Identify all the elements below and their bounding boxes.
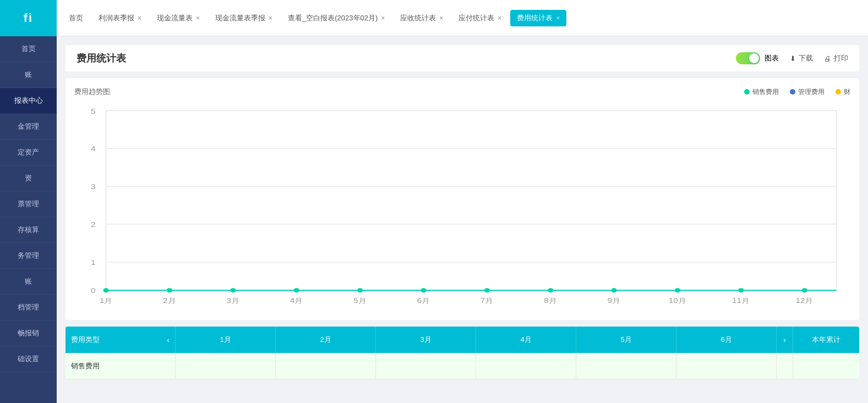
- td-m2-0: [276, 353, 376, 379]
- next-page-arrow[interactable]: ›: [783, 335, 786, 344]
- tab-cashflow-quarter[interactable]: 现金流量表季报 ×: [209, 10, 279, 26]
- th-nav-arrow: ›: [777, 327, 793, 353]
- sidebar-item-reports[interactable]: 报表中心: [0, 88, 57, 114]
- th-type-label: 费用类型: [71, 335, 100, 345]
- tabs-bar: 首页 利润表季报 × 现金流量表 × 现金流量表季报 × 查看_空白报表(202…: [57, 0, 868, 36]
- td-m1-0: [176, 353, 276, 379]
- table-header: 费用类型 ‹ 1月 2月 3月 4月 5月: [65, 327, 859, 353]
- prev-page-arrow[interactable]: ‹: [167, 335, 170, 344]
- sidebar-item-settings[interactable]: 础设置: [0, 346, 57, 372]
- sidebar-item-sales[interactable]: 畅报销: [0, 321, 57, 346]
- download-button[interactable]: ⬇ 下载: [790, 53, 813, 63]
- sidebar-item-resources[interactable]: 资: [0, 165, 57, 191]
- svg-point-16: [294, 288, 299, 292]
- tab-blank-report-close[interactable]: ×: [381, 15, 385, 21]
- svg-text:0: 0: [91, 287, 96, 295]
- svg-point-15: [230, 288, 236, 292]
- legend-admin: 管理费用: [790, 87, 825, 97]
- content-area: 费用统计表 图表 ⬇ 下载 🖨 打印: [57, 36, 868, 403]
- legend-sales-dot: [744, 89, 750, 95]
- page-title: 费用统计表: [77, 52, 126, 65]
- th-m6-label: 6月: [720, 335, 731, 345]
- expense-table: 费用类型 ‹ 1月 2月 3月 4月 5月: [65, 327, 859, 379]
- sidebar-item-home[interactable]: 首页: [0, 36, 57, 62]
- chart-title: 费用趋势图: [74, 87, 110, 97]
- th-type: 费用类型 ‹: [65, 327, 176, 353]
- tab-home-label: 首页: [69, 13, 83, 23]
- svg-text:8月: 8月: [544, 296, 557, 304]
- sidebar-item-inventory[interactable]: 存核算: [0, 217, 57, 243]
- chart-toggle-container: 图表: [736, 52, 779, 64]
- tab-expense[interactable]: 费用统计表 ×: [510, 10, 566, 26]
- td-nav-0: [777, 353, 793, 379]
- print-label: 打印: [834, 53, 848, 63]
- svg-point-23: [738, 288, 744, 292]
- page-header: 费用统计表 图表 ⬇ 下载 🖨 打印: [65, 45, 859, 71]
- tab-receivable[interactable]: 应收统计表 ×: [394, 10, 450, 26]
- tab-receivable-close[interactable]: ×: [439, 15, 443, 21]
- svg-text:6月: 6月: [417, 296, 430, 304]
- tab-expense-label: 费用统计表: [517, 13, 553, 23]
- td-m5-0: [576, 353, 676, 379]
- tab-payable-close[interactable]: ×: [498, 15, 501, 21]
- tab-cashflow[interactable]: 现金流量表 ×: [150, 10, 206, 26]
- legend-sales-label: 销售费用: [752, 87, 779, 97]
- tab-expense-close[interactable]: ×: [556, 15, 560, 21]
- svg-text:3月: 3月: [226, 296, 239, 304]
- th-m5-label: 5月: [620, 335, 631, 345]
- chart-section: 费用趋势图 销售费用 管理费用 财: [65, 78, 859, 320]
- sidebar-item-ledger[interactable]: 账: [0, 62, 57, 88]
- legend-finance-dot: [836, 89, 841, 95]
- svg-text:1: 1: [91, 258, 96, 266]
- chart-toggle-label: 图表: [765, 53, 779, 63]
- tab-cashflow-quarter-close[interactable]: ×: [269, 15, 272, 21]
- app-logo: fi: [0, 0, 57, 36]
- th-m1: 1月: [176, 327, 276, 353]
- svg-text:9月: 9月: [608, 296, 621, 304]
- td-m6-0: [676, 353, 777, 379]
- chart-legend: 销售费用 管理费用 财: [744, 87, 850, 97]
- tab-home[interactable]: 首页: [62, 10, 90, 26]
- tab-cashflow-quarter-label: 现金流量表季报: [215, 13, 265, 23]
- chart-header: 费用趋势图 销售费用 管理费用 财: [74, 87, 850, 97]
- sidebar-item-cash[interactable]: 金管理: [0, 114, 57, 140]
- svg-text:2月: 2月: [163, 296, 176, 304]
- chart-toggle[interactable]: [736, 52, 760, 64]
- td-m3-0: [376, 353, 476, 379]
- svg-text:2: 2: [91, 220, 96, 228]
- svg-text:10月: 10月: [669, 296, 687, 304]
- sidebar-item-accounts[interactable]: 账: [0, 269, 57, 295]
- svg-text:12月: 12月: [795, 296, 814, 304]
- sidebar-item-fixed-assets[interactable]: 定资产: [0, 140, 57, 165]
- tab-blank-report[interactable]: 查看_空白报表(2023年02月) ×: [281, 10, 391, 26]
- toggle-knob: [749, 53, 759, 63]
- legend-admin-dot: [790, 89, 795, 95]
- sidebar-item-archives[interactable]: 档管理: [0, 295, 57, 321]
- td-type-0: 销售费用: [65, 353, 176, 379]
- tab-profit-close[interactable]: ×: [138, 15, 141, 21]
- svg-text:5: 5: [91, 107, 96, 115]
- svg-text:4: 4: [91, 145, 96, 153]
- main-area: 首页 利润表季报 × 现金流量表 × 现金流量表季报 × 查看_空白报表(202…: [57, 0, 868, 403]
- legend-finance-label: 财: [844, 87, 850, 97]
- legend-finance: 财: [836, 87, 850, 97]
- svg-rect-12: [106, 111, 837, 290]
- svg-point-19: [484, 288, 490, 292]
- legend-admin-label: 管理费用: [798, 87, 825, 97]
- tab-cashflow-close[interactable]: ×: [196, 15, 200, 21]
- download-icon: ⬇: [790, 54, 796, 63]
- svg-point-22: [675, 288, 680, 292]
- svg-text:7月: 7月: [481, 296, 494, 304]
- tab-payable[interactable]: 应付统计表 ×: [452, 10, 508, 26]
- tab-blank-report-label: 查看_空白报表(2023年02月): [288, 13, 378, 23]
- sidebar-item-tickets[interactable]: 票管理: [0, 191, 57, 217]
- td-type-label-0: 销售费用: [71, 361, 100, 371]
- print-icon: 🖨: [824, 54, 831, 63]
- sidebar-item-services[interactable]: 务管理: [0, 243, 57, 269]
- th-m4-label: 4月: [520, 335, 531, 345]
- print-button[interactable]: 🖨 打印: [824, 53, 848, 63]
- tab-profit[interactable]: 利润表季报 ×: [92, 10, 148, 26]
- th-m4: 4月: [476, 327, 576, 353]
- th-m6: 6月: [676, 327, 777, 353]
- svg-point-13: [103, 288, 109, 292]
